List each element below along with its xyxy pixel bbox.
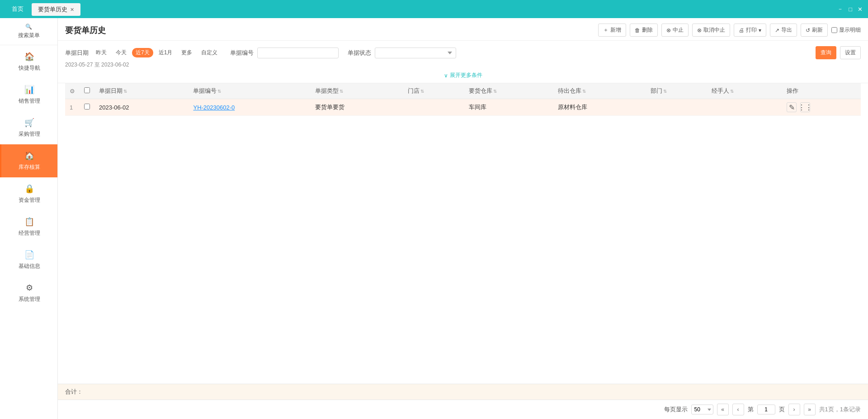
- current-page-label: 第: [748, 405, 754, 414]
- status-select[interactable]: [375, 48, 456, 58]
- doc-type-sort-icon[interactable]: ⇅: [340, 89, 343, 94]
- delete-label: 删除: [642, 26, 653, 34]
- pagination: 每页显示 50 10 20 100 « ‹ 第 页 › » 共1页，1条记录: [58, 400, 868, 419]
- sidebar-item-sales[interactable]: 📊 销售管理: [0, 78, 57, 111]
- doc-number-input[interactable]: [257, 48, 339, 58]
- cancel-stop-button[interactable]: ⊗ 取消中止: [692, 24, 730, 37]
- row-more-icon[interactable]: ⋮⋮: [800, 102, 810, 112]
- table-settings-icon[interactable]: ⚙: [65, 83, 80, 99]
- shortcut-more[interactable]: 更多: [178, 48, 196, 57]
- display-detail-toggle[interactable]: 显示明细: [831, 26, 861, 34]
- col-dept: 部门⇅: [646, 83, 707, 99]
- delete-button[interactable]: 🗑 删除: [630, 24, 658, 37]
- date-filter-label: 单据日期: [65, 49, 89, 57]
- doc-number-sort-icon[interactable]: ⇅: [217, 89, 221, 94]
- sidebar-item-purchase-label: 采购管理: [19, 130, 40, 138]
- row-checkbox[interactable]: [84, 104, 90, 110]
- shortcut-custom[interactable]: 自定义: [198, 48, 221, 57]
- row-edit-icon[interactable]: ✎: [787, 102, 797, 112]
- col-store: 门店⇅: [403, 83, 464, 99]
- delete-icon: 🗑: [635, 27, 640, 33]
- sidebar-item-purchase[interactable]: 🛒 采购管理: [0, 111, 57, 144]
- table-checkbox-header[interactable]: [80, 83, 94, 99]
- sidebar-item-quick-nav[interactable]: 🏠 快捷导航: [0, 45, 57, 78]
- date-sort-icon[interactable]: ⇅: [123, 89, 127, 94]
- filter-area: 单据日期 昨天 今天 近7天 近1月 更多 自定义 单据编号: [58, 41, 868, 83]
- print-label: 打印: [746, 26, 757, 34]
- header-actions: ＋ 新增 🗑 删除 ⊗ 中止 ⊗ 取消中止 🖨 打印: [598, 24, 861, 37]
- sidebar-item-basic-info[interactable]: 📄 基础信息: [0, 243, 57, 276]
- tab-home[interactable]: 首页: [5, 2, 30, 16]
- doc-number-link[interactable]: YH-20230602-0: [193, 104, 235, 111]
- new-button[interactable]: ＋ 新增: [598, 24, 626, 37]
- row-number: 1: [65, 99, 80, 116]
- refresh-icon: ↺: [806, 27, 810, 33]
- shortcut-today[interactable]: 今天: [112, 48, 130, 57]
- tab-requisition-history[interactable]: 要货单历史 ✕: [32, 3, 80, 16]
- export-button[interactable]: ↗ 导出: [770, 24, 797, 37]
- table-area: ⚙ 单据日期⇅ 单据编号⇅ 单据类型⇅ 门店⇅ 要货仓库⇅ 待出仓库⇅ 部门⇅ …: [58, 83, 868, 384]
- store-sort-icon[interactable]: ⇅: [420, 89, 424, 94]
- window-close-icon[interactable]: ✕: [858, 6, 863, 13]
- shortcut-yesterday[interactable]: 昨天: [92, 48, 110, 57]
- maximize-icon[interactable]: □: [849, 6, 852, 13]
- sidebar-item-sales-label: 销售管理: [19, 97, 40, 105]
- dept-sort-icon[interactable]: ⇅: [663, 89, 667, 94]
- new-icon: ＋: [603, 26, 609, 34]
- page-label: 页: [779, 405, 785, 414]
- shortcut-1month[interactable]: 近1月: [155, 48, 176, 57]
- per-page-select[interactable]: 50 10 20 100: [691, 405, 713, 414]
- sidebar-item-quick-nav-label: 快捷导航: [19, 64, 40, 72]
- date-filter-group: 单据日期 昨天 今天 近7天 近1月 更多 自定义: [65, 48, 221, 57]
- date-range-display: 2023-05-27 至 2023-06-02: [65, 62, 129, 68]
- row-handler: [707, 99, 782, 116]
- col-doc-type: 单据类型⇅: [311, 83, 403, 99]
- req-warehouse-sort-icon[interactable]: ⇅: [493, 89, 497, 94]
- settings-button[interactable]: 设置: [840, 46, 861, 59]
- stop-button[interactable]: ⊗ 中止: [661, 24, 689, 37]
- shortcut-7days[interactable]: 近7天: [132, 48, 153, 57]
- sidebar-item-system[interactable]: ⚙ 系统管理: [0, 276, 57, 309]
- query-button[interactable]: 查询: [816, 46, 836, 59]
- basic-info-icon: 📄: [24, 250, 34, 260]
- sidebar-item-operations[interactable]: 📋 经营管理: [0, 210, 57, 243]
- table-header-row: ⚙ 单据日期⇅ 单据编号⇅ 单据类型⇅ 门店⇅ 要货仓库⇅ 待出仓库⇅ 部门⇅ …: [65, 83, 861, 99]
- refresh-button[interactable]: ↺ 刷新: [801, 24, 828, 37]
- sidebar-item-finance[interactable]: 🔒 资金管理: [0, 177, 57, 210]
- display-detail-label: 显示明细: [839, 26, 861, 34]
- sidebar-item-operations-label: 经营管理: [19, 229, 40, 237]
- sidebar-item-inventory[interactable]: 🏠 库存核算: [0, 144, 57, 177]
- prev-page-btn[interactable]: ‹: [732, 404, 744, 415]
- select-all-checkbox[interactable]: [84, 87, 90, 93]
- stop-icon: ⊗: [666, 27, 671, 33]
- pending-warehouse-sort-icon[interactable]: ⇅: [582, 89, 586, 94]
- next-page-btn[interactable]: ›: [788, 404, 800, 415]
- expand-more-icon: ∨: [444, 72, 448, 79]
- close-tab-icon[interactable]: ✕: [70, 7, 74, 13]
- sidebar-search-item[interactable]: 🔍 搜索菜单: [0, 18, 57, 45]
- expand-more-btn[interactable]: ∨ 展开更多条件: [65, 71, 861, 79]
- row-doc-type: 要货单要货: [311, 99, 403, 116]
- print-button[interactable]: 🖨 打印 ▾: [734, 24, 766, 37]
- doc-number-label: 单据编号: [230, 49, 254, 57]
- new-label: 新增: [610, 26, 621, 34]
- purchase-icon: 🛒: [24, 118, 34, 128]
- page-input[interactable]: [757, 405, 775, 414]
- cancel-stop-label: 取消中止: [703, 26, 725, 34]
- export-icon: ↗: [775, 27, 779, 33]
- row-dept: [646, 99, 707, 116]
- handler-sort-icon[interactable]: ⇅: [730, 89, 734, 94]
- main-layout: 🔍 搜索菜单 🏠 快捷导航 📊 销售管理 🛒 采购管理 🏠 库存核算 🔒 资金管…: [0, 18, 868, 419]
- row-pending-warehouse: 原材料仓库: [553, 99, 646, 116]
- minimize-icon[interactable]: －: [837, 5, 843, 13]
- page-header: 要货单历史 ＋ 新增 🗑 删除 ⊗ 中止 ⊗ 取消中止: [58, 18, 868, 41]
- display-detail-checkbox[interactable]: [831, 27, 837, 33]
- first-page-btn[interactable]: «: [717, 404, 729, 415]
- last-page-btn[interactable]: »: [804, 404, 816, 415]
- col-doc-number: 单据编号⇅: [189, 83, 310, 99]
- data-table: ⚙ 单据日期⇅ 单据编号⇅ 单据类型⇅ 门店⇅ 要货仓库⇅ 待出仓库⇅ 部门⇅ …: [65, 83, 861, 116]
- row-req-warehouse: 车间库: [464, 99, 554, 116]
- sidebar: 🔍 搜索菜单 🏠 快捷导航 📊 销售管理 🛒 采购管理 🏠 库存核算 🔒 资金管…: [0, 18, 58, 419]
- row-checkbox-cell[interactable]: [80, 99, 94, 116]
- col-date: 单据日期⇅: [94, 83, 189, 99]
